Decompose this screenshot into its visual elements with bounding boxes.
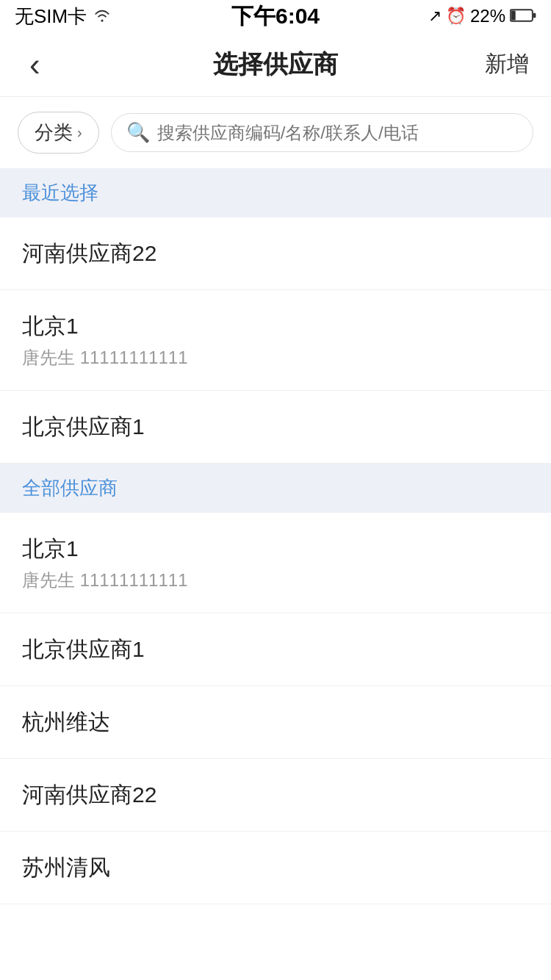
battery-text: 22% [470,6,505,26]
battery-icon [510,6,536,26]
list-item[interactable]: 河南供应商22 [0,217,551,290]
category-label: 分类 [35,120,73,145]
back-button[interactable]: ‹ [22,39,48,90]
list-item[interactable]: 北京1 唐先生 11111111111 [0,513,551,613]
chevron-right-icon: › [77,124,82,141]
item-name: 苏州清风 [22,852,529,883]
recent-list: 河南供应商22 北京1 唐先生 11111111111北京供应商1 [0,217,551,464]
recent-section-label: 最近选择 [22,181,98,203]
item-name: 北京1 [22,533,529,564]
search-box: 🔍 [111,113,533,152]
all-list: 北京1 唐先生 11111111111北京供应商1 杭州维达 河南供应商22 苏… [0,513,551,904]
item-sub: 唐先生 11111111111 [22,346,529,370]
nav-bar: ‹ 选择供应商 新增 [0,32,551,97]
category-button[interactable]: 分类 › [18,112,99,154]
svg-rect-2 [533,13,536,18]
item-sub: 唐先生 11111111111 [22,569,529,592]
item-name: 北京1 [22,311,529,342]
search-input[interactable] [157,123,518,143]
recent-section-header: 最近选择 [0,168,551,217]
all-section-header: 全部供应商 [0,464,551,513]
item-name: 河南供应商22 [22,238,529,269]
status-time: 下午6:04 [231,1,320,32]
search-icon: 🔍 [126,121,150,144]
page-title: 选择供应商 [213,48,338,82]
status-left: 无SIM卡 [15,4,112,29]
wifi-icon [93,5,112,28]
list-item[interactable]: 苏州清风 [0,832,551,904]
list-item[interactable]: 北京供应商1 [0,391,551,464]
all-section-label: 全部供应商 [22,477,118,499]
alarm-icon: ⏰ [446,7,466,26]
status-right: ↗ ⏰ 22% [428,6,536,26]
item-name: 河南供应商22 [22,779,529,810]
item-name: 北京供应商1 [22,634,529,665]
location-icon: ↗ [428,7,442,26]
list-item[interactable]: 河南供应商22 [0,759,551,832]
item-name: 北京供应商1 [22,411,529,442]
list-item[interactable]: 杭州维达 [0,686,551,759]
carrier-text: 无SIM卡 [15,4,87,29]
status-bar: 无SIM卡 下午6:04 ↗ ⏰ 22% [0,0,551,32]
filter-bar: 分类 › 🔍 [0,97,551,168]
add-button[interactable]: 新增 [485,49,529,79]
list-item[interactable]: 北京供应商1 [0,613,551,686]
list-item[interactable]: 北京1 唐先生 11111111111 [0,290,551,391]
svg-rect-1 [511,11,515,21]
item-name: 杭州维达 [22,707,529,738]
